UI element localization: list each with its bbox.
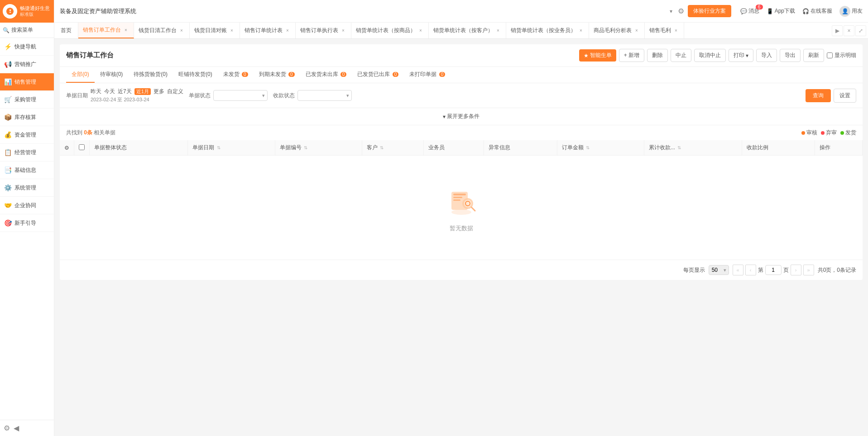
settings-icon[interactable]: ⚙ — [4, 424, 10, 432]
th-date[interactable]: 单据日期 ⇅ — [188, 140, 275, 156]
sidebar-item-purchase[interactable]: 🛒 采购管理 — [0, 91, 54, 109]
last-page-btn[interactable]: » — [803, 265, 814, 275]
tab-close-all[interactable]: × — [844, 25, 854, 36]
sidebar-item-finance[interactable]: 💰 资金管理 — [0, 126, 54, 144]
sidebar-item-operations[interactable]: 📋 经营管理 — [0, 144, 54, 161]
tab-gross-margin-close[interactable]: × — [633, 28, 640, 34]
prev-page-btn[interactable]: ‹ — [745, 265, 756, 275]
print-button[interactable]: 打印 ▾ — [729, 49, 753, 62]
new-button[interactable]: + 新增 — [619, 49, 644, 62]
date-opt-custom[interactable]: 自定义 — [167, 88, 183, 95]
sub-tab-not-shipped[interactable]: 未发货 0 — [218, 67, 254, 83]
first-page-btn[interactable]: « — [733, 265, 743, 275]
online-service-btn[interactable]: 🎧 在线客服 — [802, 7, 832, 15]
tab-cash-daily-close[interactable]: × — [178, 28, 185, 34]
tab-gross-margin[interactable]: 商品毛利分析表 × — [589, 23, 645, 38]
next-page-btn[interactable]: › — [791, 265, 801, 275]
cancel-review-btn[interactable]: 弃审 — [821, 129, 837, 137]
show-detail-input[interactable] — [827, 52, 833, 58]
delete-button[interactable]: 删除 — [647, 49, 668, 62]
th-collected[interactable]: 累计收款... ⇅ — [644, 140, 742, 156]
expand-btn[interactable]: ▾ 展开更多条件 — [439, 111, 483, 122]
tab-maximize[interactable]: ⤢ — [855, 25, 866, 36]
sidebar-item-sales[interactable]: 📊 销售管理 — [0, 73, 54, 91]
user-menu[interactable]: 👤 用友 — [839, 6, 863, 17]
th-amount[interactable]: 订单金额 ⇅ — [557, 140, 644, 156]
tab-sales-by-product[interactable]: 销货单统计表（按商品） × — [351, 23, 429, 38]
tab-sales-exec-close[interactable]: × — [340, 28, 346, 34]
industry-btn[interactable]: 体验行业方案 — [688, 5, 731, 17]
set-button[interactable]: 设置 — [834, 89, 856, 103]
tab-sales-by-staff[interactable]: 销货单统计表（按业务员） × — [506, 23, 589, 38]
tab-home[interactable]: 首页 — [54, 23, 78, 38]
sidebar-item-guide[interactable]: 🎯 新手引导 — [0, 214, 54, 232]
show-detail-checkbox[interactable]: 显示明细 — [827, 52, 856, 59]
payment-select[interactable] — [297, 90, 352, 101]
select-all-checkbox[interactable] — [79, 144, 85, 150]
date-opt-more[interactable]: 更多 — [153, 88, 164, 95]
th-staff[interactable]: 业务员 — [424, 140, 484, 156]
tab-sales-order-close[interactable]: × — [123, 27, 129, 33]
sidebar-item-search[interactable]: 🔍 搜索菜单 — [0, 23, 54, 38]
page-input[interactable] — [765, 265, 782, 275]
th-checkbox[interactable] — [74, 140, 90, 156]
cancel-stop-button[interactable]: 取消中止 — [694, 49, 726, 62]
th-customer[interactable]: 客户 ⇅ — [362, 140, 423, 156]
app-download-btn[interactable]: 📱 App下载 — [767, 7, 795, 15]
sidebar-item-quick[interactable]: ⚡ 快捷导航 — [0, 38, 54, 56]
query-button[interactable]: 查询 — [806, 89, 831, 102]
date-opt-7days[interactable]: 近7天 — [118, 88, 132, 95]
payment-filter: 收款状态 — [273, 90, 352, 101]
review-btn[interactable]: 审核 — [801, 129, 817, 137]
sub-tab-pending-inspect[interactable]: 待拣货验货(0) — [128, 67, 173, 83]
sub-tab-wangpu[interactable]: 旺铺待发货(0) — [173, 67, 218, 83]
date-opt-yesterday[interactable]: 昨天 — [91, 88, 101, 95]
dropdown-icon[interactable]: ▾ — [670, 8, 672, 14]
date-opt-month[interactable]: 近1月 — [134, 88, 151, 95]
basic-label: 基础信息 — [14, 166, 36, 174]
export-button[interactable]: 导出 — [780, 49, 801, 62]
sidebar-item-system[interactable]: ⚙️ 系统管理 — [0, 179, 54, 197]
sub-tab-expired[interactable]: 到期未发货 0 — [254, 67, 300, 83]
sales-icon: 📊 — [4, 78, 12, 86]
sidebar-item-coop[interactable]: 🤝 企业协同 — [0, 197, 54, 214]
brand-name: 畅捷通好生意 — [20, 5, 50, 11]
tab-sales-profit-close[interactable]: × — [673, 28, 679, 34]
tab-sales-by-staff-close[interactable]: × — [578, 28, 584, 34]
tab-sales-profit[interactable]: 销售毛利 × — [645, 23, 684, 38]
sub-tab-shipped-out[interactable]: 已发货已出库 0 — [352, 67, 404, 83]
purchase-label: 采购管理 — [14, 96, 36, 104]
status-select[interactable] — [213, 90, 268, 101]
tab-sales-stats[interactable]: 销售订单统计表 × — [240, 23, 296, 38]
sub-tab-all[interactable]: 全部(0) — [66, 67, 95, 83]
tab-scroll-right[interactable]: ▶ — [832, 25, 843, 36]
import-button[interactable]: 导入 — [756, 49, 777, 62]
page-size-select[interactable]: 50 100 — [709, 265, 729, 275]
ship-btn[interactable]: 发货 — [840, 129, 856, 137]
tab-sales-stats-close[interactable]: × — [284, 28, 291, 34]
refresh-button[interactable]: 刷新 — [803, 49, 824, 62]
tab-cash-daily[interactable]: 钱货日清工作台 × — [134, 23, 190, 38]
date-opt-today[interactable]: 今天 — [104, 88, 115, 95]
smart-gen-button[interactable]: ★ 智能生单 — [579, 49, 616, 62]
tab-sales-by-customer-close[interactable]: × — [495, 28, 501, 34]
gear-icon[interactable]: ⚙ — [678, 7, 684, 15]
sidebar-item-basic[interactable]: 📑 基础信息 — [0, 161, 54, 179]
sidebar-item-marketing[interactable]: 📢 营销推广 — [0, 56, 54, 73]
tab-sales-exec[interactable]: 销售订单执行表 × — [296, 23, 351, 38]
th-settings[interactable]: ⚙ — [60, 140, 74, 156]
tab-cash-reconcile-close[interactable]: × — [229, 28, 235, 34]
message-btn[interactable]: 💬 消息 6 — [740, 7, 759, 15]
phone-icon: 📱 — [767, 8, 773, 14]
tab-cash-reconcile[interactable]: 钱货日清对账 × — [190, 23, 240, 38]
sub-tab-shipped-not-out[interactable]: 已发货未出库 0 — [300, 67, 352, 83]
sidebar-item-inventory[interactable]: 📦 库存核算 — [0, 109, 54, 126]
tab-sales-by-customer[interactable]: 销货单统计表（按客户） × — [429, 23, 506, 38]
sub-tab-not-printed[interactable]: 未打印单据 0 — [404, 67, 451, 83]
stop-button[interactable]: 中止 — [671, 49, 691, 62]
tab-sales-by-product-close[interactable]: × — [417, 28, 424, 34]
sub-tab-pending-review[interactable]: 待审核(0) — [95, 67, 129, 83]
collapse-icon[interactable]: ◀ — [14, 424, 19, 432]
tab-sales-order[interactable]: 销售订单工作台 × — [78, 23, 134, 38]
th-number[interactable]: 单据编号 ⇅ — [275, 140, 362, 156]
